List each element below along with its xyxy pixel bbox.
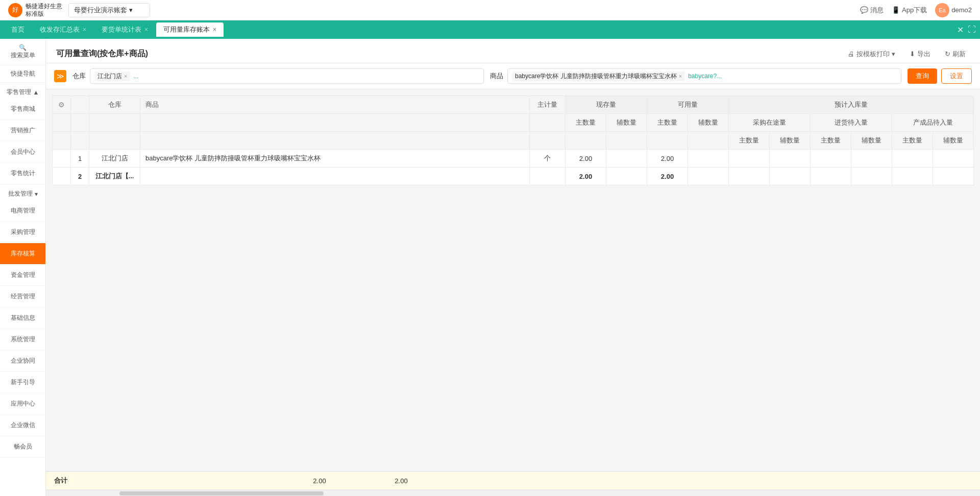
sidebar-item-app-center[interactable]: 应用中心 [0, 393, 45, 415]
search-icon: 🔍 [4, 44, 41, 51]
td-purchase-aux-1 [770, 150, 811, 168]
th-stock-main: 主数量 [566, 114, 606, 132]
goods-tag-babycare: babycare学饮杯 儿童防摔防撞吸管杯重力球吸嘴杯宝宝水杯 × [512, 72, 685, 81]
td-incoming-aux-2 [851, 168, 892, 185]
printer-icon: 🖨 [848, 50, 854, 58]
scroll-thumb[interactable] [119, 491, 324, 495]
page-header: 可用量查询(按仓库+商品) 🖨 按模板打印 ▾ ⬇ 导出 ↻ 刷新 [46, 39, 980, 63]
warehouse-tags[interactable]: 江北门店 × ... [90, 68, 484, 84]
page-title: 可用量查询(按仓库+商品) [56, 49, 148, 59]
settings-button[interactable]: 设置 [941, 68, 972, 84]
th-no-sub [71, 114, 89, 132]
logo-icon: 好 [8, 3, 22, 17]
close-tab-btn[interactable]: ✕ [957, 25, 964, 35]
th-settings-sub [53, 114, 71, 132]
sidebar-item-system[interactable]: 系统管理 [0, 329, 45, 350]
sidebar-item-ecommerce[interactable]: 电商管理 [0, 200, 45, 222]
sidebar-item-retail-mall[interactable]: 零售商城 [0, 99, 45, 120]
th-settings: ⚙ [53, 96, 71, 114]
td-goods-1: babycare学饮杯 儿童防摔防撞吸管杯重力球吸嘴杯宝宝水杯 [140, 150, 530, 168]
warehouse-more[interactable]: ... [133, 73, 138, 80]
filter-toggle[interactable]: ≫ [54, 70, 66, 82]
td-production-main-1 [892, 150, 933, 168]
print-btn[interactable]: 🖨 按模板打印 ▾ [844, 48, 899, 61]
td-stock-main-1: 2.00 [566, 150, 606, 168]
tab-inventory[interactable]: 可用量库存账本 × [156, 22, 224, 37]
warehouse-tag-close[interactable]: × [124, 73, 127, 79]
footer-stock-main: 2.00 [299, 477, 340, 485]
message-action[interactable]: 💬 消息 [860, 6, 884, 15]
th-s3 [53, 132, 71, 150]
table-row: 2 江北门店【... 2.00 2.00 [53, 168, 974, 185]
search-menu[interactable]: 🔍 搜索菜单 [0, 39, 45, 65]
fullscreen-btn[interactable]: ⛶ [968, 25, 976, 34]
th-am3 [647, 132, 688, 150]
sidebar-item-inventory[interactable]: 库存核算 [0, 243, 45, 265]
td-unit-2 [530, 168, 566, 185]
tab-inventory-close[interactable]: × [213, 26, 216, 33]
filter-actions: 查询 设置 [908, 68, 972, 84]
sidebar-item-enterprise-wechat[interactable]: 企业微信 [0, 415, 45, 436]
th-stock-aux: 辅数量 [606, 114, 647, 132]
sidebar-item-operations[interactable]: 经营管理 [0, 286, 45, 308]
app-download-action[interactable]: 📱 App下载 [892, 6, 927, 15]
sidebar-item-basic-info[interactable]: 基础信息 [0, 308, 45, 329]
tab-bar: 首页 收发存汇总表 × 要货单统计表 × 可用量库存账本 × ✕ ⛶ [0, 20, 980, 39]
sidebar-item-newbie[interactable]: 新手引导 [0, 372, 45, 393]
goods-more[interactable]: babycare?... [688, 73, 722, 80]
sidebar-item-purchase[interactable]: 采购管理 [0, 222, 45, 243]
chevron-down-icon: ▾ [892, 50, 895, 58]
top-bar-left: 好 畅捷通好生意 标准版 母婴行业演示账套 ▾ [8, 3, 150, 17]
user-profile[interactable]: Ea demo2 [935, 3, 972, 17]
th-u3 [530, 132, 566, 150]
arrow-icon: ▾ [35, 191, 38, 198]
settings-gear-icon[interactable]: ⚙ [58, 101, 65, 109]
goods-tags[interactable]: babycare学饮杯 儿童防摔防撞吸管杯重力球吸嘴杯宝宝水杯 × babyca… [507, 68, 901, 84]
quick-nav[interactable]: 快捷导航 [0, 65, 45, 83]
tab-income[interactable]: 收发存汇总表 × [33, 22, 93, 37]
sidebar-item-finance[interactable]: 资金管理 [0, 265, 45, 286]
top-bar-right: 💬 消息 📱 App下载 Ea demo2 [860, 3, 972, 17]
th-sm3 [566, 132, 606, 150]
scroll-bar[interactable] [46, 490, 980, 496]
sidebar-item-vip[interactable]: 畅会员 [0, 436, 45, 458]
td-no-2: 2 [71, 168, 89, 185]
tab-order[interactable]: 要货单统计表 × [94, 22, 155, 37]
export-btn[interactable]: ⬇ 导出 [905, 48, 935, 61]
th-avail-aux: 辅数量 [688, 114, 729, 132]
th-ia3: 辅数量 [851, 132, 892, 150]
sidebar-item-marketing[interactable]: 营销推广 [0, 120, 45, 141]
refresh-icon: ↻ [945, 50, 950, 58]
page-actions: 🖨 按模板打印 ▾ ⬇ 导出 ↻ 刷新 [844, 48, 970, 61]
sidebar-item-wholesale-mgmt[interactable]: 批发管理 ▾ [0, 184, 45, 200]
th-incoming: 进货待入量 [811, 114, 892, 132]
th-goods-sub [140, 114, 530, 132]
sidebar-item-collab[interactable]: 企业协同 [0, 350, 45, 372]
tab-home[interactable]: 首页 [4, 22, 32, 37]
sidebar-item-retail-stats[interactable]: 零售统计 [0, 163, 45, 184]
tab-income-close[interactable]: × [83, 26, 86, 33]
th-unit: 主计量 [530, 96, 566, 114]
td-avail-main-2: 2.00 [647, 168, 688, 185]
filter-bar: ≫ 仓库 江北门店 × ... 商品 babycare学饮杯 儿童防摔防撞吸管杯… [46, 63, 980, 89]
footer-avail-main: 2.00 [381, 477, 422, 485]
table-wrapper: ⚙ 仓库 商品 主计量 现存量 可用量 预计入库量 [46, 89, 980, 471]
sidebar-item-member[interactable]: 会员中心 [0, 141, 45, 163]
th-unit-sub [530, 114, 566, 132]
tab-order-close[interactable]: × [144, 26, 148, 33]
th-proa3: 辅数量 [933, 132, 974, 150]
org-selector[interactable]: 母婴行业演示账套 ▾ [68, 3, 150, 17]
goods-tag-close[interactable]: × [679, 73, 682, 79]
refresh-btn[interactable]: ↻ 刷新 [941, 48, 970, 61]
goods-filter-group: 商品 babycare学饮杯 儿童防摔防撞吸管杯重力球吸嘴杯宝宝水杯 × bab… [490, 68, 901, 84]
logo-area: 好 畅捷通好生意 标准版 [8, 3, 62, 17]
layout: 🔍 搜索菜单 快捷导航 零售管理 ▲ 零售商城 营销推广 会员中心 零售统计 批… [0, 39, 980, 496]
td-warehouse-1: 江北门店 [89, 150, 140, 168]
sidebar-item-retail-mgmt[interactable]: 零售管理 ▲ [0, 83, 45, 99]
th-prom3: 主数量 [892, 132, 933, 150]
footer-label: 合计 [54, 476, 131, 485]
td-no-1: 1 [71, 150, 89, 168]
query-button[interactable]: 查询 [908, 68, 937, 84]
th-production: 产成品待入量 [892, 114, 974, 132]
toggle-icon: ≫ [57, 72, 64, 80]
